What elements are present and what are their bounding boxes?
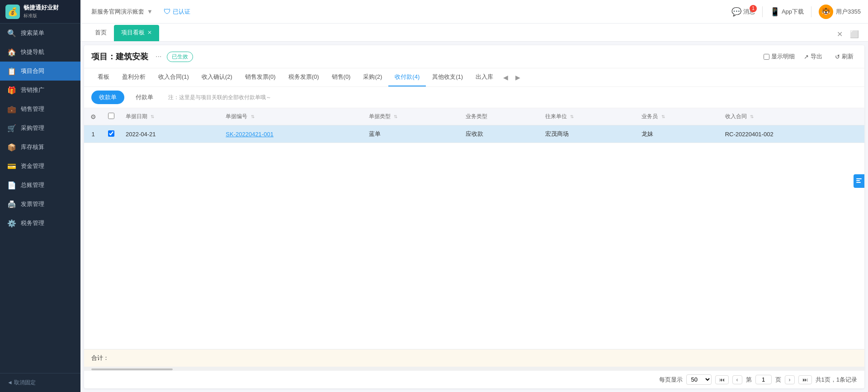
app-download-button[interactable]: 📱 App下载 [770,7,804,17]
sidebar-item-sales[interactable]: 💼 销售管理 [0,100,80,119]
export-icon: ↗ [804,53,809,60]
pagination-total-info: 共1页，1条记录 [816,376,857,384]
sub-tab-receipt[interactable]: 收款单 [91,91,124,104]
sort-income-contract-icon[interactable]: ⇅ [750,114,754,119]
tab-kanban[interactable]: 项目看板 ✕ [114,25,159,41]
project-tab-income-contract[interactable]: 收入合同(1) [152,68,195,86]
page-input[interactable] [755,375,772,384]
column-settings-icon[interactable]: ⚙ [90,113,96,120]
project-tab-kanban[interactable]: 看板 [91,68,116,86]
box-icon: 📦 [7,143,16,152]
sort-salesperson-icon[interactable]: ⇅ [661,114,665,119]
sidebar-item-label: 采购管理 [21,124,44,132]
sidebar: 💰 畅捷通好业财 标准版 🔍 搜索菜单 🏠 快捷导航 📋 项目合同 🎁 营销推广… [0,0,80,392]
window-close-button[interactable]: ✕ [835,28,844,40]
project-tab-purchase[interactable]: 采购(2) [357,68,388,86]
page-prefix-label: 第 [746,376,752,384]
sidebar-logo: 💰 畅捷通好业财 标准版 [0,0,80,24]
row-1-checkbox[interactable] [108,130,114,137]
display-detail-toggle[interactable]: 显示明细 [764,53,795,61]
sidebar-footer-pin[interactable]: ◄ 取消固定 [0,373,80,392]
display-detail-checkbox[interactable] [764,54,769,60]
sort-date-icon[interactable]: ⇅ [151,114,154,119]
topbar-divider-2 [811,6,811,17]
sidebar-item-contract[interactable]: 📋 项目合同 [0,62,80,81]
next-page-button[interactable]: › [785,375,795,384]
project-tab-tax-invoice[interactable]: 税务发票(0) [282,68,326,86]
user-name: 用户3355 [836,8,861,16]
gift-icon: 🎁 [7,86,16,95]
tabs-prev-arrow[interactable]: ◀ [500,70,512,85]
user-menu[interactable]: 🐯 用户3355 [819,5,861,19]
tax-icon: ⚙️ [7,219,16,228]
svg-rect-0 [856,178,862,179]
project-header-actions: 显示明细 ↗ 导出 ↺ 刷新 [764,51,857,62]
topbar: 新服务官网演示账套 ▼ 🛡 已认证 💬 消息 1 📱 App下载 🐯 用户335… [80,0,868,24]
project-more-icon[interactable]: ··· [156,53,161,61]
right-sidebar-toggle[interactable] [854,174,864,188]
cert-icon: 🛡 [164,8,171,16]
last-page-button[interactable]: ⏭ [798,375,812,384]
project-tab-income-confirm[interactable]: 收入确认(2) [195,68,239,86]
sidebar-item-tax[interactable]: ⚙️ 税务管理 [0,214,80,233]
sidebar-item-label: 销售管理 [21,105,44,113]
sidebar-item-label: 快捷导航 [21,48,44,56]
project-tab-sales-invoice[interactable]: 销售发票(0) [239,68,282,86]
logo-icon: 💰 [5,5,20,19]
sidebar-item-label: 税务管理 [21,219,44,227]
export-button[interactable]: ↗ 导出 [800,51,826,62]
per-page-select[interactable]: 2050100 [686,374,712,385]
topbar-divider-1 [762,6,763,17]
first-page-button[interactable]: ⏮ [715,375,729,384]
svg-rect-1 [856,180,860,181]
tab-kanban-close[interactable]: ✕ [147,29,152,36]
project-label-prefix: 项目： [91,52,116,61]
sort-number-icon[interactable]: ⇅ [251,114,255,119]
sidebar-item-label: 营销推广 [21,86,44,94]
row-1-number-link[interactable]: SK-20220421-001 [226,131,274,138]
row-1-number[interactable]: SK-20220421-001 [220,125,363,143]
sort-partner-icon[interactable]: ⇅ [570,114,574,119]
tabs-next-arrow[interactable]: ▶ [512,70,524,85]
col-biztype-header: 业务类型 [460,108,540,125]
sidebar-item-marketing[interactable]: 🎁 营销推广 [0,81,80,100]
col-check-header [102,108,120,125]
cert-label: 已认证 [173,8,190,16]
sort-type-icon[interactable]: ⇅ [394,114,397,119]
select-all-checkbox[interactable] [108,113,114,119]
page-tabs: 首页 项目看板 ✕ ✕ ⬜ [80,24,868,42]
col-income-contract-header: 收入合同 ⇅ [720,108,864,125]
horizontal-scrollbar[interactable] [84,367,864,370]
tab-home[interactable]: 首页 [88,25,114,41]
project-tab-profit[interactable]: 盈利分析 [116,68,152,86]
sidebar-item-search[interactable]: 🔍 搜索菜单 [0,24,80,43]
sidebar-item-ledger[interactable]: 📄 总账管理 [0,176,80,195]
contract-icon: 📋 [7,67,16,76]
sub-tab-payment[interactable]: 付款单 [128,91,161,104]
logo-name: 畅捷通好业财 [24,4,59,12]
refresh-button[interactable]: ↺ 刷新 [831,51,857,62]
sidebar-item-invoice[interactable]: 🖨️ 发票管理 [0,195,80,214]
sidebar-item-quicknav[interactable]: 🏠 快捷导航 [0,43,80,62]
col-number-header: 单据编号 ⇅ [220,108,363,125]
message-icon: 💬 [731,7,741,17]
sidebar-item-purchase[interactable]: 🛒 采购管理 [0,119,80,138]
prev-page-button[interactable]: ‹ [732,375,742,384]
sidebar-item-inventory[interactable]: 📦 库存核算 [0,138,80,157]
messages-button[interactable]: 💬 消息 1 [731,7,755,17]
project-tab-sales[interactable]: 销售(0) [326,68,357,86]
row-1-num: 1 [84,125,102,143]
row-1-check[interactable] [102,125,120,143]
project-tab-other[interactable]: 其他收支(1) [426,68,469,86]
workspace-selector[interactable]: 新服务官网演示账套 ▼ [88,6,156,18]
col-partner-header: 往来单位 ⇅ [540,108,637,125]
window-maximize-button[interactable]: ⬜ [848,28,861,40]
project-tab-inout[interactable]: 出入库 [469,68,500,86]
sidebar-item-funds[interactable]: 💳 资金管理 [0,157,80,176]
project-header: 项目：建筑安装 ··· 已生效 显示明细 ↗ 导出 ↺ 刷新 [84,45,864,68]
page-suffix-label: 页 [775,376,781,384]
project-tab-payment[interactable]: 收付款(4) [388,68,426,86]
table-container: ⚙ 单据日期 ⇅ 单据编号 ⇅ [84,108,864,349]
svg-rect-2 [856,182,861,183]
phone-icon: 📱 [770,7,780,17]
